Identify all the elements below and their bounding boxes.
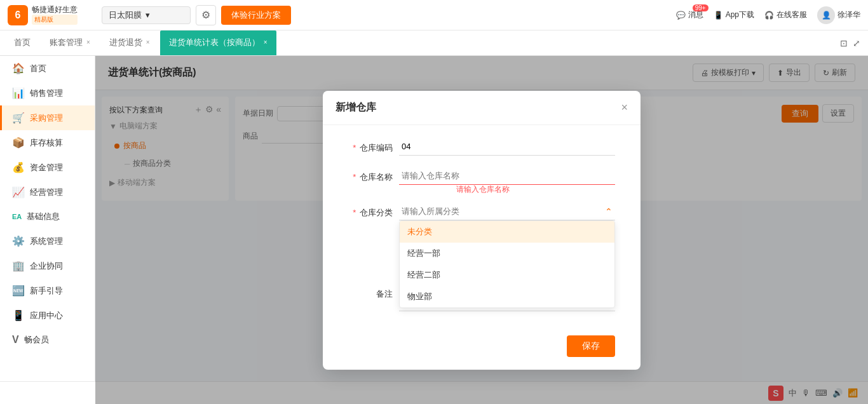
dialog-body: * 仓库编码 * 仓库名称 请输入仓库名称 bbox=[323, 125, 641, 335]
form-row-code: * 仓库编码 bbox=[348, 138, 615, 156]
sidebar: 🏠 首页 📊 销售管理 🛒 采购管理 📦 库存核算 💰 资金管理 📈 经营管理 … bbox=[0, 56, 95, 404]
phone-icon: 📱 bbox=[714, 11, 723, 20]
app-sub: 精易版 bbox=[32, 15, 78, 25]
dialog-close-button[interactable]: × bbox=[621, 101, 628, 114]
dialog-header: 新增仓库 × bbox=[323, 91, 641, 125]
app-download-item[interactable]: 📱 App下载 bbox=[714, 10, 754, 20]
sidebar-item-guide-label: 新手引导 bbox=[30, 285, 63, 297]
avatar: 👤 bbox=[817, 6, 835, 24]
sidebar-item-finance-label: 资金管理 bbox=[30, 162, 63, 173]
form-row-category: * 仓库分类 ⌃ 未分类 经营一部 bbox=[348, 203, 615, 220]
dialog-footer: 保存 bbox=[323, 335, 641, 357]
sidebar-item-finance[interactable]: 💰 资金管理 bbox=[0, 155, 95, 180]
system-icon: ⚙️ bbox=[12, 235, 25, 247]
tab-account-close[interactable]: × bbox=[86, 39, 90, 46]
category-select-wrap: ⌃ 未分类 经营一部 经营二部 bbox=[399, 203, 615, 220]
sidebar-item-system-label: 系统管理 bbox=[30, 236, 63, 247]
code-label: * 仓库编码 bbox=[348, 138, 399, 154]
tab-purchase-stats-close[interactable]: × bbox=[264, 39, 268, 46]
sidebar-item-operations[interactable]: 📈 经营管理 bbox=[0, 180, 95, 205]
content-area: 进货单统计(按商品) 🖨 按模板打印 ▾ ⬆ 导出 ↻ 刷新 bbox=[95, 56, 868, 404]
sidebar-item-purchase[interactable]: 🛒 采购管理 bbox=[0, 105, 95, 130]
name-error-msg: 请输入仓库名称 bbox=[456, 184, 510, 195]
settings-icon[interactable]: ⚙ bbox=[196, 5, 216, 25]
chevron-up-icon[interactable]: ⌃ bbox=[605, 206, 613, 217]
name-field-wrap: 请输入仓库名称 bbox=[399, 167, 615, 185]
tab-purchase-stats-label: 进货单统计表（按商品） bbox=[169, 37, 260, 48]
sidebar-item-home[interactable]: 🏠 首页 bbox=[0, 56, 95, 81]
enterprise-icon: 🏢 bbox=[12, 260, 25, 272]
sidebar-item-sales[interactable]: 📊 销售管理 bbox=[0, 81, 95, 105]
dropdown-option-uncategorized[interactable]: 未分类 bbox=[400, 221, 614, 243]
trial-button[interactable]: 体验行业方案 bbox=[221, 6, 291, 25]
store-selector[interactable]: 日太阳膜 ▾ bbox=[102, 6, 191, 24]
tabbar-right: ⊡ ⤢ bbox=[840, 30, 863, 55]
dropdown-option-property[interactable]: 物业部 bbox=[400, 286, 614, 307]
topbar: 6 畅捷通好生意 精易版 日太阳膜 ▾ ⚙ 体验行业方案 💬 99+ 消息 📱 … bbox=[0, 0, 868, 30]
sidebar-item-operations-label: 经营管理 bbox=[30, 187, 63, 198]
sidebar-item-vip[interactable]: V 畅会员 bbox=[0, 328, 95, 352]
tab-purchase-return[interactable]: 进货退货 × bbox=[100, 30, 159, 55]
finance-icon: 💰 bbox=[12, 161, 25, 173]
sidebar-item-appcenter-label: 应用中心 bbox=[30, 310, 63, 321]
app-logo-icon: 6 bbox=[8, 5, 28, 25]
sidebar-item-inventory[interactable]: 📦 库存核算 bbox=[0, 130, 95, 155]
sidebar-item-inventory-label: 库存核算 bbox=[30, 137, 63, 149]
sidebar-item-vip-label: 畅会员 bbox=[24, 334, 49, 346]
app-name: 畅捷通好生意 bbox=[32, 5, 78, 15]
category-label: * 仓库分类 bbox=[348, 203, 399, 219]
tab-restore-icon[interactable]: ⊡ bbox=[840, 38, 848, 48]
logo-area: 6 畅捷通好生意 精易版 bbox=[8, 5, 97, 25]
topbar-right: 💬 99+ 消息 📱 App下载 🎧 在线客服 👤 徐泽华 bbox=[676, 6, 860, 24]
dialog-title: 新增仓库 bbox=[336, 101, 376, 114]
sidebar-item-home-label: 首页 bbox=[30, 63, 46, 74]
vip-icon: V bbox=[12, 334, 19, 346]
operations-icon: 📈 bbox=[12, 186, 25, 198]
tab-purchase-stats[interactable]: 进货单统计表（按商品） × bbox=[160, 30, 276, 55]
messages-badge: 99+ bbox=[693, 4, 709, 11]
sales-icon: 📊 bbox=[12, 87, 25, 99]
chevron-down-icon: ▾ bbox=[146, 10, 150, 20]
add-warehouse-dialog: 新增仓库 × * 仓库编码 * bbox=[323, 91, 641, 370]
sidebar-item-purchase-label: 采购管理 bbox=[30, 112, 63, 124]
messages-item[interactable]: 💬 99+ 消息 bbox=[676, 10, 703, 20]
category-input[interactable] bbox=[399, 203, 615, 220]
appcenter-icon: 📱 bbox=[12, 309, 25, 321]
tab-account[interactable]: 账套管理 × bbox=[41, 30, 99, 55]
headset-icon: 🎧 bbox=[764, 11, 774, 20]
sidebar-item-appcenter[interactable]: 📱 应用中心 bbox=[0, 303, 95, 328]
online-service-item[interactable]: 🎧 在线客服 bbox=[764, 10, 807, 20]
sidebar-item-base-label: 基础信息 bbox=[27, 211, 60, 222]
warehouse-code-input[interactable] bbox=[399, 138, 615, 156]
purchase-icon: 🛒 bbox=[12, 112, 25, 124]
app-download-label: App下载 bbox=[726, 10, 754, 20]
inventory-icon: 📦 bbox=[12, 137, 25, 149]
tab-purchase-return-label: 进货退货 bbox=[109, 37, 142, 48]
store-name: 日太阳膜 bbox=[109, 10, 142, 21]
base-icon: EA bbox=[12, 213, 22, 220]
sidebar-item-sales-label: 销售管理 bbox=[30, 88, 63, 99]
main-layout: 🏠 首页 📊 销售管理 🛒 采购管理 📦 库存核算 💰 资金管理 📈 经营管理 … bbox=[0, 56, 868, 404]
warehouse-name-input[interactable] bbox=[399, 167, 615, 185]
guide-icon: 🆕 bbox=[12, 285, 25, 297]
tab-home-label: 首页 bbox=[14, 37, 31, 48]
tabbar: 首页 账套管理 × 进货退货 × 进货单统计表（按商品） × ⊡ ⤢ bbox=[0, 30, 868, 56]
dropdown-option-ops2[interactable]: 经营二部 bbox=[400, 264, 614, 286]
sidebar-item-enterprise[interactable]: 🏢 企业协同 bbox=[0, 253, 95, 278]
save-button[interactable]: 保存 bbox=[567, 335, 615, 357]
name-label: * 仓库名称 bbox=[348, 167, 399, 183]
dropdown-option-ops1[interactable]: 经营一部 bbox=[400, 243, 614, 264]
sidebar-item-system[interactable]: ⚙️ 系统管理 bbox=[0, 229, 95, 253]
tab-purchase-return-close[interactable]: × bbox=[146, 39, 150, 46]
user-item[interactable]: 👤 徐泽华 bbox=[817, 6, 860, 24]
category-dropdown: 未分类 经营一部 经营二部 物业部 bbox=[399, 220, 615, 308]
tab-expand-icon[interactable]: ⤢ bbox=[853, 38, 860, 48]
message-icon: 💬 bbox=[676, 11, 686, 20]
modal-overlay[interactable]: 新增仓库 × * 仓库编码 * bbox=[95, 56, 868, 404]
sidebar-item-guide[interactable]: 🆕 新手引导 bbox=[0, 278, 95, 303]
tab-account-label: 账套管理 bbox=[50, 37, 83, 48]
tab-home[interactable]: 首页 bbox=[5, 30, 39, 55]
note-label: 备注 bbox=[348, 284, 399, 300]
sidebar-item-enterprise-label: 企业协同 bbox=[30, 260, 63, 272]
sidebar-item-base[interactable]: EA 基础信息 bbox=[0, 205, 95, 229]
